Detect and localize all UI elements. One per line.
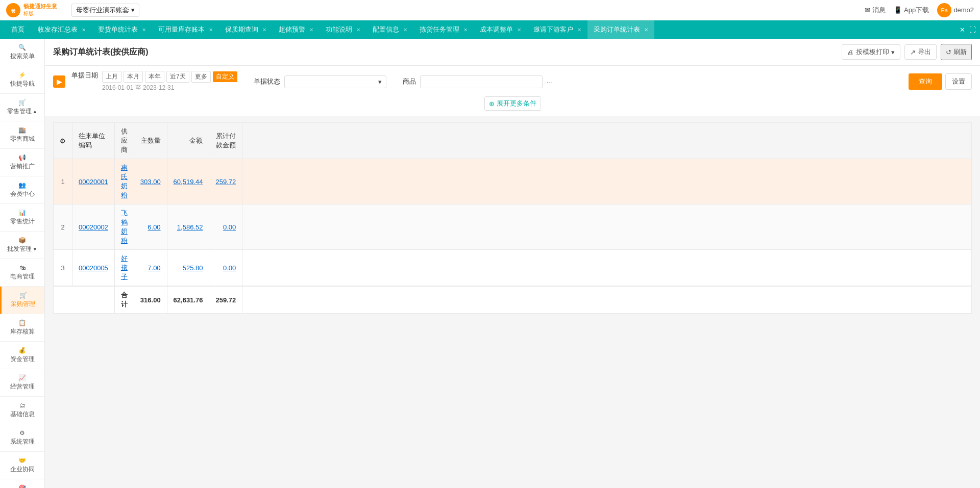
- query-button[interactable]: 查询: [909, 73, 942, 90]
- row-quantity[interactable]: 303.00: [134, 159, 167, 204]
- message-button[interactable]: ✉ 消息: [865, 6, 886, 15]
- expand-label: 展开更多条件: [497, 99, 536, 108]
- table-header: ⚙ 往来单位编码 供应商 主数量 金额 累计付款金额: [54, 123, 972, 159]
- expand-more-button[interactable]: ⊕ 展开更多条件: [484, 96, 541, 111]
- code-link[interactable]: 00020001: [79, 178, 108, 186]
- row-paid[interactable]: 259.72: [209, 159, 242, 204]
- table-settings-icon[interactable]: ⚙: [60, 137, 66, 145]
- date-custom-badge[interactable]: 自定义: [213, 71, 237, 82]
- nav-tab-yaoqingxiayou[interactable]: 邀请下游客户 ✕: [527, 20, 587, 39]
- refresh-button[interactable]: ↺ 刷新: [941, 44, 972, 60]
- print-button[interactable]: 🖨 按模板打印 ▾: [842, 44, 900, 60]
- sidebar-item-system[interactable]: ⚙ 系统管理: [0, 424, 44, 452]
- tab-close-icon[interactable]: ✕: [517, 27, 521, 33]
- sidebar-item-retail-stats[interactable]: 📊 零售统计: [0, 204, 44, 232]
- code-link[interactable]: 00020005: [79, 264, 108, 272]
- sidebar-item-search[interactable]: 🔍 搜索菜单: [0, 39, 44, 66]
- settings-button[interactable]: 设置: [945, 73, 972, 90]
- row-quantity[interactable]: 7.00: [134, 250, 167, 287]
- sidebar-item-operations[interactable]: 📈 经营管理: [0, 369, 44, 397]
- column-settings[interactable]: ⚙: [54, 123, 72, 159]
- sidebar-item-enterprise-coop[interactable]: 🤝 企业协同: [0, 452, 44, 479]
- filter-toggle-button[interactable]: ▶: [53, 75, 65, 88]
- table-row: 2 00020002 飞鹤奶粉 6.00 1,586.52 0.00: [54, 204, 972, 250]
- sidebar-item-shortcuts[interactable]: ⚡ 快捷导航: [0, 66, 44, 94]
- row-amount[interactable]: 525.80: [167, 250, 209, 287]
- tab-label: 可用量库存账本: [158, 25, 205, 34]
- nav-tab-gongnengshuo[interactable]: 功能说明 ✕: [320, 20, 366, 39]
- sidebar-item-newbie[interactable]: 🎯 新手引导: [0, 479, 44, 488]
- nav-tab-chengbentiaoz[interactable]: 成本调整单 ✕: [474, 20, 527, 39]
- supplier-link[interactable]: 好孩子: [121, 254, 128, 280]
- tab-close-icon[interactable]: ✕: [262, 27, 266, 33]
- nav-tab-shoufazhui[interactable]: 收发存汇总表 ✕: [32, 20, 92, 39]
- chevron-down-icon: ▾: [131, 6, 135, 14]
- row-supplier: 惠氏奶粉: [114, 159, 134, 204]
- page-actions: 🖨 按模板打印 ▾ ↗ 导出 ↺ 刷新: [842, 44, 972, 60]
- app-download-button[interactable]: 📱 App下载: [894, 6, 929, 15]
- tab-label: 收发存汇总表: [38, 25, 78, 34]
- tab-close-icon[interactable]: ✕: [644, 27, 648, 33]
- expand-icon: ⊕: [489, 100, 495, 108]
- sidebar-item-membership[interactable]: 👥 会员中心: [0, 176, 44, 204]
- workspace-selector[interactable]: 母婴行业演示账套 ▾: [71, 4, 139, 17]
- print-label: 按模板打印: [856, 47, 889, 57]
- chevron-up-icon: ▲: [33, 109, 38, 114]
- filter-area: ▶ 单据日期 上月 本月 本年 近7天 更多 自定义 2016-01-01 至: [45, 66, 980, 116]
- table-footer: 合计 316.00 62,631.76 259.72: [54, 286, 972, 314]
- filter-row: ▶ 单据日期 上月 本月 本年 近7天 更多 自定义 2016-01-01 至: [53, 71, 972, 92]
- row-paid[interactable]: 0.00: [209, 250, 242, 287]
- arrow-right-icon: ▶: [57, 78, 62, 86]
- sidebar-item-retail[interactable]: 🛒 零售管理 ▲: [0, 94, 44, 121]
- date-last-7-days-button[interactable]: 近7天: [166, 71, 189, 83]
- sidebar-item-marketing[interactable]: 📢 营销推广: [0, 149, 44, 176]
- row-quantity[interactable]: 6.00: [134, 204, 167, 250]
- sidebar-item-inventory[interactable]: 📋 库存核算: [0, 314, 44, 342]
- nav-tab-peizhixinxi[interactable]: 配置信息 ✕: [366, 20, 413, 39]
- nav-tab-paihuorenwu[interactable]: 拣货任务管理 ✕: [413, 20, 474, 39]
- nav-tab-yaohuodantong[interactable]: 要货单统计表 ✕: [92, 20, 152, 39]
- supplier-link[interactable]: 惠氏奶粉: [121, 164, 128, 199]
- more-options-icon[interactable]: ···: [547, 78, 552, 86]
- tab-close-icon[interactable]: ✕: [403, 27, 407, 33]
- goods-filter-label: 商品: [403, 77, 416, 86]
- tab-label: 功能说明: [326, 25, 352, 34]
- export-button[interactable]: ↗ 导出: [904, 44, 937, 60]
- sidebar-item-finance[interactable]: 💰 资金管理: [0, 342, 44, 369]
- row-amount[interactable]: 60,519.44: [167, 159, 209, 204]
- tab-close-icon[interactable]: ✕: [463, 27, 468, 33]
- goods-input[interactable]: [420, 75, 543, 88]
- purchase-icon: 🛒: [2, 292, 44, 299]
- tab-close-icon[interactable]: ✕: [577, 27, 581, 33]
- row-amount[interactable]: 1,586.52: [167, 204, 209, 250]
- sidebar-item-retail-mall[interactable]: 🏬 零售商城: [0, 121, 44, 149]
- nav-home-tab[interactable]: 首页: [4, 20, 32, 39]
- row-paid[interactable]: 0.00: [209, 204, 242, 250]
- sidebar-item-wholesale[interactable]: 📦 批发管理 ▼: [0, 232, 44, 259]
- tab-close-icon[interactable]: ✕: [209, 27, 213, 33]
- sidebar-label: 经营管理: [0, 382, 44, 391]
- tab-close-icon[interactable]: ✕: [142, 27, 146, 33]
- fullscreen-icon[interactable]: ⛶: [969, 26, 976, 34]
- user-profile[interactable]: Ea demo2: [937, 3, 974, 17]
- date-this-month-button[interactable]: 本月: [124, 71, 143, 83]
- nav-tab-keyongliangkucun[interactable]: 可用量库存账本 ✕: [152, 20, 219, 39]
- nav-tab-caigoudantong[interactable]: 采购订单统计表 ✕: [587, 20, 654, 39]
- sidebar-item-ecommerce[interactable]: 🛍 电商管理: [0, 259, 44, 287]
- status-select[interactable]: ▾: [284, 75, 386, 88]
- supplier-link[interactable]: 飞鹤奶粉: [121, 209, 128, 244]
- row-extra: [242, 159, 972, 204]
- tab-close-icon[interactable]: ✕: [356, 27, 360, 33]
- date-more-button[interactable]: 更多: [191, 71, 211, 83]
- nav-tab-baozhiqi[interactable]: 保质期查询 ✕: [219, 20, 273, 39]
- tab-close-icon[interactable]: ✕: [82, 27, 86, 33]
- sidebar-item-purchase[interactable]: 🛒 采购管理: [0, 287, 44, 314]
- date-this-year-button[interactable]: 本年: [145, 71, 164, 83]
- close-window-icon[interactable]: ✕: [960, 26, 965, 34]
- date-last-month-button[interactable]: 上月: [102, 71, 121, 83]
- tab-close-icon[interactable]: ✕: [309, 27, 313, 33]
- sidebar-item-basics[interactable]: 🗂 基础信息: [0, 397, 44, 424]
- code-link[interactable]: 00020002: [79, 223, 108, 231]
- nav-tab-chaochuyujing[interactable]: 超储预警 ✕: [273, 20, 320, 39]
- sidebar-label: 快捷导航: [0, 80, 44, 88]
